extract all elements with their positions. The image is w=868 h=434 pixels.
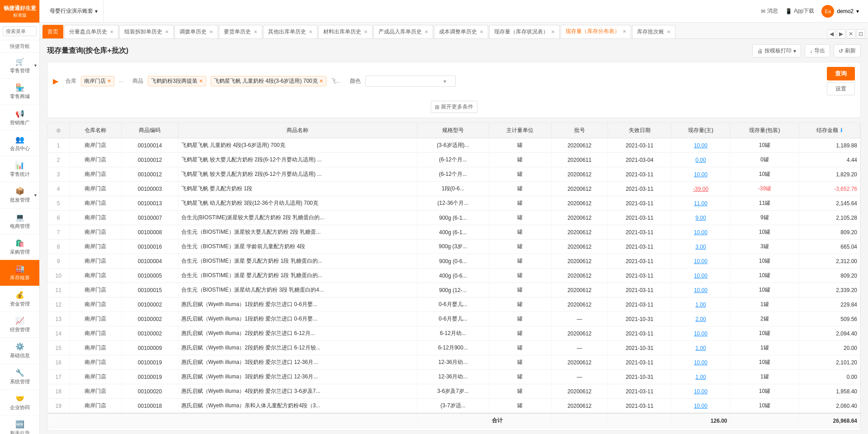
tab-next-arrow[interactable]: ▶ (837, 29, 845, 38)
table-row: 7 南岸门店 00100008 合生元（BIOSTIME）派星较大婴儿配方奶粉 … (47, 225, 860, 240)
tab-close-all[interactable]: ✕ (846, 29, 855, 38)
tab-close-material-out[interactable]: ✕ (364, 29, 368, 34)
cell-qty[interactable]: 10.00 (671, 138, 730, 153)
cell-spec: (6-12个月... (417, 153, 489, 167)
tab-disassembly[interactable]: 组装拆卸单历史 ✕ (119, 25, 174, 38)
cell-amount: 1,189.88 (799, 138, 860, 153)
tab-split-inventory[interactable]: 分量盘点单历史 ✕ (64, 25, 118, 38)
cell-name: 惠氏启赋（Wyeth illuma）1段奶粉 爱尔兰进口 0-6月婴... (178, 297, 417, 312)
cell-name: 惠氏启赋（Wyeth illuma）1段奶粉 爱尔兰进口 0-6月婴... (178, 312, 417, 326)
tab-close-inventory-status[interactable]: ✕ (551, 29, 555, 34)
cell-qty[interactable]: -39.00 (671, 182, 730, 196)
quick-nav[interactable]: 快捷导航 (0, 40, 39, 53)
sidebar-item-marketing[interactable]: 📢 营销推广 (0, 105, 39, 131)
message-btn[interactable]: ✉ 消息 (761, 7, 778, 15)
tab-cost-adjust[interactable]: 成本调整单历史 ✕ (434, 25, 488, 38)
sidebar-item-basics[interactable]: ⚙️ 基础信息 (0, 338, 39, 363)
user-menu[interactable]: Ea demo2 ▾ (821, 5, 859, 18)
sidebar-item-operations[interactable]: 📈 经营管理 (0, 312, 39, 338)
setting-button[interactable]: 设置 (827, 82, 855, 95)
tab-requisition[interactable]: 要货单历史 ✕ (219, 25, 262, 38)
tab-product-in[interactable]: 产成品入库单历史 ✕ (373, 25, 433, 38)
tab-close-disassembly[interactable]: ✕ (165, 29, 169, 34)
amount-info-icon[interactable]: ℹ (840, 127, 843, 133)
cell-num: 11 (47, 283, 70, 297)
warehouse-tag-remove[interactable]: ✕ (107, 78, 111, 84)
cell-qty[interactable]: 9.00 (671, 211, 730, 225)
sidebar-item-ecommerce[interactable]: 💻 电商管理 (0, 208, 39, 234)
sidebar-item-retail-stat[interactable]: 📊 零售统计 (0, 156, 39, 182)
settings-icon[interactable]: ⚙ (56, 127, 61, 134)
cell-batch: 20200612 (551, 182, 608, 196)
tab-material-out[interactable]: 材料出库单历史 ✕ (318, 25, 373, 38)
tab-batch-account[interactable]: 库存批次账 ✕ (632, 25, 675, 38)
account-dropdown[interactable]: 母婴行业演示账套 ▾ (44, 0, 104, 23)
cell-qty[interactable]: 10.00 (671, 326, 730, 341)
color-select[interactable]: ▾ (365, 75, 456, 87)
sidebar-item-wholesale[interactable]: 📦 批发管理 ▼ (0, 182, 39, 208)
cell-qty[interactable]: 11.00 (671, 196, 730, 211)
goods-more[interactable]: 飞... (331, 77, 341, 85)
cell-pkg: 10罐 (730, 269, 799, 283)
table-row: 12 南岸门店 00100002 惠氏启赋（Wyeth illuma）1段奶粉 … (47, 297, 860, 312)
goods-tag-2: 飞鹤星飞帆 儿童奶粉 4段(3-6岁适用) 700克 ✕ (211, 76, 326, 86)
cell-qty[interactable]: 10.00 (671, 399, 730, 414)
cell-qty[interactable]: 0.00 (671, 153, 730, 167)
sidebar-item-retail-mgmt[interactable]: 🛒 零售管理 ▼ (0, 53, 39, 79)
search-input[interactable] (3, 26, 37, 36)
tab-mix[interactable]: 调拨单历史 ✕ (175, 25, 218, 38)
sidebar-item-inventory[interactable]: 🏭 库存核算 (0, 260, 39, 286)
cell-code: 00100012 (122, 153, 178, 167)
sidebar-item-finance[interactable]: 💰 资金管理 (0, 286, 39, 312)
tab-other-out[interactable]: 其他出库单历史 ✕ (263, 25, 317, 38)
topbar-right: ✉ 消息 📱 App下载 Ea demo2 ▾ (761, 5, 863, 18)
tab-inventory-dist[interactable]: 现存量（库存分布表） ✕ (561, 25, 631, 38)
cell-batch: 20200612 (551, 269, 608, 283)
expand-more-btn[interactable]: ⊞ 展开更多条件 (431, 101, 477, 113)
tab-close-product-in[interactable]: ✕ (425, 29, 428, 34)
sidebar-item-newguide[interactable]: 🆕 新手引导 (0, 415, 39, 434)
sidebar-item-purchase[interactable]: 🛍️ 采购管理 (0, 234, 39, 260)
th-settings[interactable]: ⚙ (47, 123, 70, 138)
color-filter-label: 颜色 (350, 77, 361, 85)
export-button[interactable]: ↓ 导出 (805, 44, 830, 57)
print-button[interactable]: 🖨 按模板打印 ▾ (752, 44, 801, 57)
cell-qty[interactable]: 10.00 (671, 283, 730, 297)
tab-expand[interactable]: ⊡ (856, 29, 865, 38)
tab-close-cost-adjust[interactable]: ✕ (480, 29, 483, 34)
page-actions: 🖨 按模板打印 ▾ ↓ 导出 ↺ 刷新 (752, 44, 861, 57)
tab-close-split-inventory[interactable]: ✕ (110, 29, 113, 34)
goods-tag-2-remove[interactable]: ✕ (319, 78, 323, 84)
tab-close-batch-account[interactable]: ✕ (667, 29, 670, 34)
sidebar-item-corp[interactable]: 🤝 企业协同 (0, 390, 39, 415)
tab-home[interactable]: 首页 (42, 25, 63, 38)
cell-qty[interactable]: 10.00 (671, 225, 730, 240)
cell-spec: 12-36月幼... (417, 370, 489, 384)
cell-qty[interactable]: 2.00 (671, 312, 730, 326)
cell-qty[interactable]: 1.00 (671, 370, 730, 384)
cell-qty[interactable]: 1.00 (671, 341, 730, 355)
cell-qty[interactable]: 10.00 (671, 254, 730, 269)
goods-tag-1-remove[interactable]: ✕ (199, 78, 203, 84)
tab-close-inventory-dist[interactable]: ✕ (623, 29, 626, 34)
sidebar-item-system[interactable]: 🔧 系统管理 (0, 364, 39, 390)
cell-qty[interactable]: 10.00 (671, 269, 730, 283)
app-download-btn[interactable]: 📱 App下载 (785, 7, 814, 15)
warehouse-more[interactable]: ··· (119, 78, 123, 85)
cell-qty[interactable]: 10.00 (671, 167, 730, 182)
tab-close-requisition[interactable]: ✕ (254, 29, 257, 34)
tab-prev-arrow[interactable]: ◀ (827, 29, 836, 38)
cell-qty[interactable]: 1.00 (671, 297, 730, 312)
sidebar-item-retail-shop[interactable]: 🏪 零售商城 (0, 79, 39, 104)
tab-inventory-status[interactable]: 现存量（库存状况表） ✕ (489, 25, 560, 38)
tab-close-mix[interactable]: ✕ (209, 29, 213, 34)
cell-amount: 2,101.20 (799, 355, 860, 370)
sidebar-item-member[interactable]: 👥 会员中心 (0, 131, 39, 156)
cell-qty[interactable]: 10.00 (671, 355, 730, 370)
filter-expand-arrow[interactable]: ▶ (53, 77, 58, 85)
tab-close-other-out[interactable]: ✕ (309, 29, 312, 34)
cell-qty[interactable]: 10.00 (671, 384, 730, 399)
query-button[interactable]: 查询 (827, 67, 855, 80)
refresh-button[interactable]: ↺ 刷新 (834, 44, 861, 57)
cell-qty[interactable]: 3.00 (671, 240, 730, 254)
